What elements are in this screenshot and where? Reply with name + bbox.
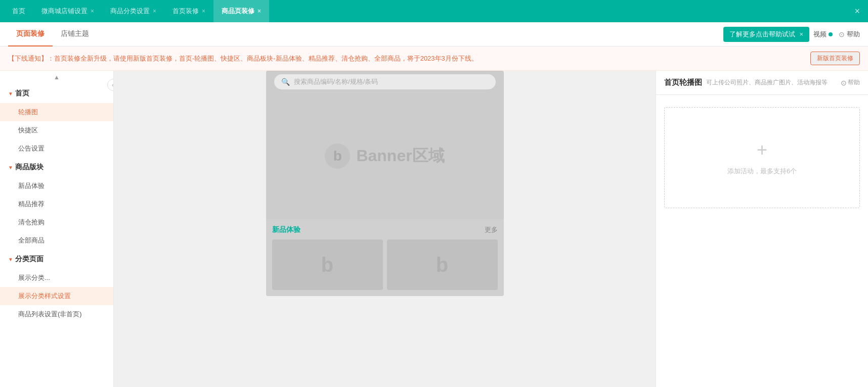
sidebar-item-show-category-style[interactable]: 展示分类样式设置	[0, 287, 113, 305]
sidebar-item-all-products[interactable]: 全部商品	[0, 231, 113, 250]
video-label: 视频	[813, 30, 827, 39]
window-close-button[interactable]: ×	[850, 4, 864, 19]
tab-category-settings[interactable]: 商品分类设置 ×	[102, 0, 164, 22]
sidebar-item-show-category[interactable]: 展示分类...	[0, 269, 113, 287]
right-panel-help-button[interactable]: ⊙ 帮助	[841, 78, 860, 87]
right-panel-subtitle: 可上传公司照片、商品推广图片、活动海报等	[706, 78, 837, 87]
product-section: 新品体验 更多 b b	[266, 219, 504, 296]
sidebar-item-notice[interactable]: 公告设置	[0, 139, 113, 158]
sub-tab-store-theme[interactable]: 店铺主题	[53, 22, 97, 46]
sidebar-item-new-experience[interactable]: 新品体验	[0, 177, 113, 195]
main-layout: ▲ « ▼ 首页 轮播图 快捷区 公告设置 ▼ 商品版块 新品体验 精品推荐 清…	[0, 71, 868, 387]
tab-store-settings[interactable]: 微商城店铺设置 ×	[33, 0, 102, 22]
tab-home[interactable]: 首页	[4, 0, 33, 22]
search-bar[interactable]: 🔍 搜索商品编码/名称/规格/条码	[274, 74, 496, 89]
sidebar-item-clearance[interactable]: 清仓抢购	[0, 213, 113, 231]
product-section-header: 新品体验 更多	[272, 225, 498, 234]
sidebar-item-quick-area[interactable]: 快捷区	[0, 121, 113, 139]
product-grid: b b	[272, 239, 498, 290]
sidebar-group-product-block-label: 商品版块	[15, 163, 44, 172]
new-home-decor-button[interactable]: 新版首页装修	[810, 52, 860, 65]
sidebar-item-featured[interactable]: 精品推荐	[0, 195, 113, 213]
sidebar-scroll-up[interactable]: ▲	[0, 71, 113, 84]
banner-area[interactable]: b Banner区域	[266, 93, 504, 219]
sidebar-group-category-page[interactable]: ▼ 分类页面	[0, 250, 113, 269]
sidebar-group-category-page-label: 分类页面	[15, 255, 44, 264]
sidebar-item-product-list-settings[interactable]: 商品列表设置(非首页)	[0, 305, 113, 323]
sidebar-arrow-home: ▼	[8, 91, 13, 96]
right-panel: 首页轮播图 可上传公司照片、商品推广图片、活动海报等 ⊙ 帮助 + 添加活动，最…	[656, 71, 868, 387]
product-b-icon-1: b	[321, 254, 333, 276]
add-text: 添加活动，最多支持6个	[727, 167, 797, 176]
product-b-icon-2: b	[436, 254, 448, 276]
add-icon: +	[757, 139, 767, 161]
banner-text: Banner区域	[356, 145, 444, 167]
help-button[interactable]: ⊙ 帮助	[839, 30, 860, 39]
tab-home-decor[interactable]: 首页装修 ×	[164, 0, 213, 22]
product-card-1[interactable]: b	[272, 239, 383, 290]
help-banner: 了解更多点击帮助试试 ×	[723, 27, 809, 42]
section-more: 更多	[485, 225, 498, 234]
notice-bar: 【下线通知】：首页装修全新升级，请使用新版首页装修，首页-轮播图、快捷区、商品板…	[0, 46, 868, 71]
sidebar: ▲ « ▼ 首页 轮播图 快捷区 公告设置 ▼ 商品版块 新品体验 精品推荐 清…	[0, 71, 114, 387]
tab-category-settings-close[interactable]: ×	[153, 8, 156, 15]
help-banner-text: 了解更多点击帮助试试	[729, 30, 795, 39]
dot-indicator	[829, 32, 833, 36]
tab-bar: 首页 微商城店铺设置 × 商品分类设置 × 首页装修 × 商品页装修 × ×	[0, 0, 868, 22]
section-title: 新品体验	[272, 225, 300, 234]
tab-store-settings-close[interactable]: ×	[91, 8, 94, 15]
phone-search: 🔍 搜索商品编码/名称/规格/条码	[266, 71, 504, 93]
phone-frame: 🔍 搜索商品编码/名称/规格/条码 b Banner区域 新品体验 更多	[266, 71, 504, 296]
sidebar-arrow-category-page: ▼	[8, 257, 13, 262]
right-panel-title: 首页轮播图	[664, 78, 702, 87]
product-card-2[interactable]: b	[387, 239, 498, 290]
sidebar-item-banner[interactable]: 轮播图	[0, 103, 113, 121]
sidebar-group-home-label: 首页	[15, 89, 29, 98]
sidebar-group-product-block[interactable]: ▼ 商品版块	[0, 158, 113, 177]
banner-b-icon: b	[325, 143, 350, 169]
add-banner-area[interactable]: + 添加活动，最多支持6个	[664, 107, 860, 208]
right-panel-header: 首页轮播图 可上传公司照片、商品推广图片、活动海报等 ⊙ 帮助	[656, 71, 868, 95]
search-placeholder: 搜索商品编码/名称/规格/条码	[294, 77, 378, 86]
video-button[interactable]: 视频	[813, 30, 833, 39]
help-label: 帮助	[847, 30, 860, 39]
tab-product-page-decor-close[interactable]: ×	[257, 8, 261, 15]
preview-area: 🔍 搜索商品编码/名称/规格/条码 b Banner区域 新品体验 更多	[114, 71, 656, 387]
sidebar-group-home[interactable]: ▼ 首页	[0, 84, 113, 103]
sidebar-arrow-product-block: ▼	[8, 165, 13, 170]
help-banner-close[interactable]: ×	[799, 30, 803, 38]
tab-home-decor-close[interactable]: ×	[202, 8, 205, 15]
tab-product-page-decor[interactable]: 商品页装修 ×	[213, 0, 269, 22]
banner-logo: b Banner区域	[325, 143, 444, 169]
notice-text: 【下线通知】：首页装修全新升级，请使用新版首页装修，首页-轮播图、快捷区、商品板…	[8, 54, 806, 63]
sub-tab-page-decor[interactable]: 页面装修	[8, 22, 53, 46]
sub-header: 页面装修 店铺主题 了解更多点击帮助试试 × 视频 ⊙ 帮助	[0, 22, 868, 46]
header-right-actions: 视频 ⊙ 帮助	[813, 30, 860, 39]
